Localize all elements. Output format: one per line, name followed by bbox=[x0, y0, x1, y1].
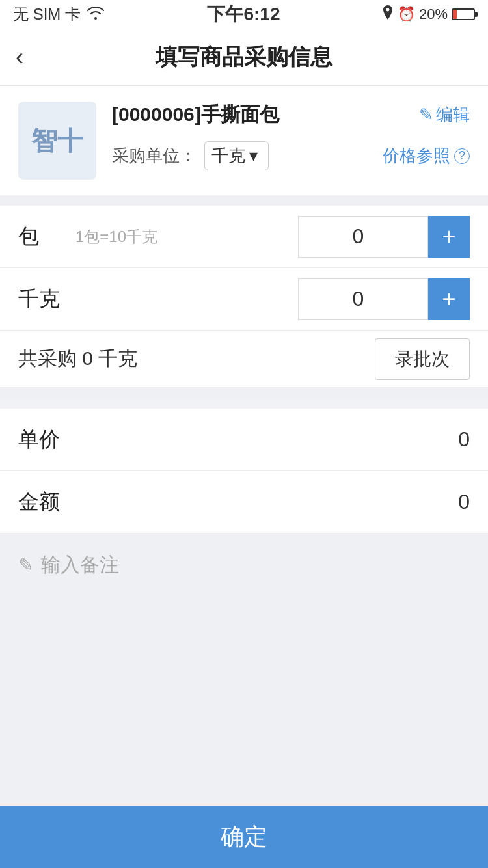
purchase-unit-label: 采购单位： bbox=[112, 144, 197, 167]
unit-select[interactable]: 千克 ▾ bbox=[204, 141, 269, 170]
alarm-icon: ⏰ bbox=[398, 6, 415, 23]
price-ref-icon: ? bbox=[454, 148, 470, 164]
amount-label: 金额 bbox=[18, 488, 60, 517]
battery-percentage: 20% bbox=[419, 6, 448, 23]
product-top: [0000006]手撕面包 ✎ 编辑 bbox=[112, 102, 470, 128]
bao-sublabel: 1包=10千克 bbox=[75, 226, 157, 247]
product-card: 智十 [0000006]手撕面包 ✎ 编辑 采购单位： 千克 ▾ bbox=[0, 86, 488, 195]
divider-2 bbox=[0, 388, 488, 398]
total-label: 共采购 0 千克 bbox=[18, 346, 137, 372]
edit-icon: ✎ bbox=[419, 105, 433, 125]
location-icon bbox=[382, 5, 394, 23]
divider-1 bbox=[0, 195, 488, 206]
amount-value: 0 bbox=[458, 490, 470, 514]
bao-input-right: + bbox=[298, 216, 470, 258]
kg-row: 千克 + bbox=[0, 268, 488, 331]
unit-text: 千克 bbox=[211, 144, 245, 167]
unit-price-label: 单价 bbox=[18, 426, 60, 454]
unit-price-row: 单价 0 bbox=[0, 409, 488, 471]
unit-price-value: 0 bbox=[458, 427, 470, 452]
wifi-icon bbox=[86, 5, 105, 23]
note-placeholder: 输入备注 bbox=[41, 552, 119, 578]
bao-plus-button[interactable]: + bbox=[428, 216, 470, 258]
battery-icon bbox=[452, 8, 475, 20]
bao-quantity-input[interactable] bbox=[298, 216, 428, 258]
bao-label: 包 bbox=[18, 223, 70, 251]
total-row: 共采购 0 千克 录批次 bbox=[0, 331, 488, 388]
back-button[interactable]: ‹ bbox=[16, 44, 23, 71]
record-batch-button[interactable]: 录批次 bbox=[375, 338, 470, 380]
product-logo-text: 智十 bbox=[31, 123, 83, 159]
amount-row: 金额 0 bbox=[0, 471, 488, 534]
kg-quantity-input[interactable] bbox=[298, 278, 428, 320]
bao-row: 包 1包=10千克 + bbox=[0, 206, 488, 268]
confirm-button[interactable]: 确定 bbox=[0, 806, 488, 868]
carrier-text: 无 SIM 卡 bbox=[13, 4, 81, 25]
status-bar: 无 SIM 卡 下午6:12 ⏰ 20% bbox=[0, 0, 488, 29]
status-time: 下午6:12 bbox=[207, 2, 280, 27]
pricing-section: 单价 0 金额 0 bbox=[0, 409, 488, 534]
nav-bar: ‹ 填写商品采购信息 bbox=[0, 29, 488, 86]
product-bottom: 采购单位： 千克 ▾ 价格参照 ? bbox=[112, 141, 470, 170]
product-info: [0000006]手撕面包 ✎ 编辑 采购单位： 千克 ▾ 价格参照 ? bbox=[112, 102, 470, 170]
product-image: 智十 bbox=[18, 102, 96, 180]
page-title: 填写商品采购信息 bbox=[156, 42, 332, 72]
edit-label: 编辑 bbox=[436, 103, 470, 126]
note-section[interactable]: ✎ 输入备注 bbox=[0, 534, 488, 597]
product-name: [0000006]手撕面包 bbox=[112, 102, 279, 128]
status-right: ⏰ 20% bbox=[382, 5, 475, 23]
edit-button[interactable]: ✎ 编辑 bbox=[419, 103, 470, 126]
price-ref-button[interactable]: 价格参照 ? bbox=[383, 144, 470, 167]
kg-plus-button[interactable]: + bbox=[428, 278, 470, 320]
price-ref-label: 价格参照 bbox=[383, 144, 450, 167]
status-left: 无 SIM 卡 bbox=[13, 4, 105, 25]
dropdown-icon: ▾ bbox=[249, 146, 258, 166]
kg-input-right: + bbox=[298, 278, 470, 320]
quantity-section: 包 1包=10千克 + 千克 + bbox=[0, 206, 488, 331]
note-icon: ✎ bbox=[18, 554, 33, 576]
kg-label: 千克 bbox=[18, 285, 70, 314]
content-spacer bbox=[0, 597, 488, 806]
purchase-unit: 采购单位： 千克 ▾ bbox=[112, 141, 269, 170]
